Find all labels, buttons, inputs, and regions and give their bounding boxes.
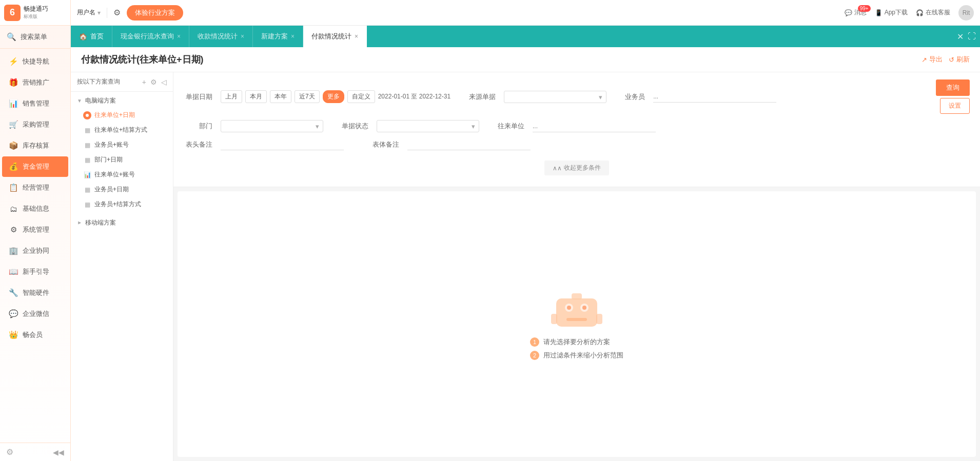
schema-item-salesman-date[interactable]: ▦ 业务员+日期	[71, 182, 173, 197]
query-button[interactable]: 查询	[936, 79, 970, 96]
date-range-display: 2022-01-01 至 2022-12-31	[378, 92, 450, 101]
desktop-group-title[interactable]: ▼ 电脑端方案	[71, 94, 173, 108]
more-btn[interactable]: 更多	[323, 90, 344, 103]
sidebar-settings-icon[interactable]: ⚙	[6, 447, 13, 457]
tip-num-2: 2	[530, 351, 539, 360]
partner-input[interactable]	[533, 121, 656, 132]
sidebar-search[interactable]: 🔍 搜索菜单	[0, 26, 70, 49]
sidebar-item-marketing[interactable]: 🎁 营销推广	[2, 72, 68, 93]
last-month-btn[interactable]: 上月	[221, 90, 242, 103]
filter-actions: 查询 设置	[936, 79, 970, 114]
app-badge: 标准版	[24, 13, 48, 20]
mobile-schema-group: ▼ 移动端方案	[71, 214, 173, 232]
schema-item-partner-settlement[interactable]: ▦ 往来单位+结算方式	[71, 123, 173, 137]
sidebar-item-sales[interactable]: 📊 销售管理	[2, 93, 68, 114]
schema-item-partner-account[interactable]: 📊 往来单位+账号	[71, 167, 173, 182]
tab-new-plan-close[interactable]: ×	[291, 33, 295, 40]
topbar-right-actions: 💬 消息 99+ 📱 App下载 🎧 在线客服 Rit	[845, 5, 974, 21]
schema-settings-icon[interactable]: ⚙	[150, 78, 157, 86]
this-year-btn[interactable]: 本年	[270, 90, 291, 103]
body-note-input[interactable]	[407, 138, 531, 150]
tab-receipt-stats-close[interactable]: ×	[241, 33, 244, 40]
salesman-label: 业务员	[625, 92, 645, 102]
add-schema-icon[interactable]: +	[142, 78, 146, 86]
operation-icon: 📋	[8, 183, 18, 193]
left-panel-header-icons: + ⚙ ◁	[142, 78, 167, 86]
sidebar-item-hardware[interactable]: 🔧 智能硬件	[2, 283, 68, 303]
header-note-input[interactable]	[221, 138, 344, 150]
topbar-divider	[107, 8, 107, 18]
filter-settings-button[interactable]: 设置	[940, 98, 970, 114]
empty-tip-2: 2 用过滤条件来缩小分析范围	[530, 351, 623, 360]
user-avatar[interactable]: Rit	[958, 5, 974, 21]
inventory-icon: 📦	[8, 141, 18, 151]
schema-item-dept-date[interactable]: ▦ 部门+日期	[71, 152, 173, 167]
export-button[interactable]: ↗ 导出	[922, 55, 943, 64]
tab-home[interactable]: 🏠 首页	[71, 26, 112, 47]
tab-bank-flow-close[interactable]: ×	[177, 33, 181, 40]
sidebar-item-quick-nav[interactable]: ⚡ 快捷导航	[2, 51, 68, 72]
tab-home-label: 首页	[90, 32, 104, 41]
sidebar-item-basic[interactable]: 🗂 基础信息	[2, 198, 68, 219]
sidebar-item-finance[interactable]: 💰 资金管理	[2, 156, 68, 177]
schema-item-label: 部门+日期	[94, 155, 123, 164]
sidebar-item-wechat[interactable]: 💬 企业微信	[2, 304, 68, 324]
sidebar-item-label: 采购管理	[23, 120, 49, 129]
expand-icon[interactable]: ⛶	[968, 32, 976, 41]
schema-item-salesman-account[interactable]: ▦ 业务员+账号	[71, 137, 173, 152]
search-label: 搜索菜单	[21, 32, 47, 42]
left-panel-header: 按以下方案查询 + ⚙ ◁	[71, 72, 173, 92]
sidebar-item-purchase[interactable]: 🛒 采购管理	[2, 114, 68, 135]
source-doc-select-wrapper	[504, 91, 606, 103]
sidebar-item-enterprise[interactable]: 🏢 企业协同	[2, 240, 68, 261]
tab-bank-flow[interactable]: 现金银行流水查询 ×	[112, 26, 189, 47]
tabbar: 🏠 首页 现金银行流水查询 × 收款情况统计 × 新建方案 × 付款情况统计 ×…	[71, 26, 980, 47]
header-actions: ↗ 导出 ↺ 刷新	[922, 55, 970, 64]
last-7-days-btn[interactable]: 近7天	[295, 90, 320, 103]
dept-select[interactable]	[221, 120, 323, 132]
tab-receipt-stats[interactable]: 收款情况统计 ×	[189, 26, 253, 47]
schema-item-partner-date[interactable]: 往来单位+日期	[71, 108, 173, 123]
collapse-button[interactable]: ∧∧ 收起更多条件	[544, 161, 609, 175]
sidebar-item-system[interactable]: ⚙ 系统管理	[2, 219, 68, 240]
mobile-group-title[interactable]: ▼ 移动端方案	[71, 216, 173, 230]
salesman-input[interactable]	[653, 91, 776, 103]
app-download-button[interactable]: 📱 App下载	[875, 8, 908, 17]
svg-point-4	[567, 306, 571, 310]
sidebar-item-inventory[interactable]: 📦 库存核算	[2, 135, 68, 156]
custom-btn[interactable]: 自定义	[347, 90, 375, 103]
topbar-settings-icon[interactable]: ⚙	[113, 8, 121, 17]
message-button[interactable]: 💬 消息 99+	[845, 8, 867, 17]
source-doc-select[interactable]	[504, 91, 606, 103]
purchase-icon: 🛒	[8, 119, 18, 130]
online-service-button[interactable]: 🎧 在线客服	[916, 8, 950, 17]
partner-label: 往来单位	[498, 122, 524, 131]
main-area: 用户名 ▾ ⚙ 体验行业方案 💬 消息 99+ 📱 App下载 🎧 在线客服 R…	[71, 0, 980, 461]
date-filter-label: 单据日期	[184, 92, 212, 102]
sidebar-collapse-icon[interactable]: ◀◀	[53, 448, 64, 456]
grid-icon-1: ▦	[83, 126, 91, 134]
panel-collapse-icon[interactable]: ◁	[161, 78, 167, 86]
sidebar-item-guide[interactable]: 📖 新手引导	[2, 262, 68, 282]
schema-item-label: 往来单位+结算方式	[94, 126, 147, 134]
tab-payment-stats-close[interactable]: ×	[355, 33, 358, 40]
sidebar-item-operation[interactable]: 📋 经营管理	[2, 177, 68, 198]
tab-new-plan[interactable]: 新建方案 ×	[253, 26, 303, 47]
sidebar-item-member[interactable]: 👑 畅会员	[2, 325, 68, 345]
schema-item-label: 业务员+账号	[94, 141, 129, 149]
tab-payment-stats-label: 付款情况统计	[311, 32, 351, 41]
tab-receipt-stats-label: 收款情况统计	[198, 32, 238, 41]
this-month-btn[interactable]: 本月	[245, 90, 267, 103]
sidebar-logo: 6 畅捷通巧 标准版	[0, 0, 70, 26]
try-industry-button[interactable]: 体验行业方案	[127, 5, 183, 21]
sidebar-item-label: 资金管理	[23, 162, 49, 171]
schema-item-salesman-settlement[interactable]: ▦ 业务员+结算方式	[71, 197, 173, 212]
refresh-button[interactable]: ↺ 刷新	[949, 55, 970, 64]
export-icon: ↗	[922, 56, 927, 64]
close-all-tabs-icon[interactable]: ✕	[957, 32, 964, 42]
doc-status-select[interactable]	[377, 120, 479, 132]
mobile-group-label: 移动端方案	[85, 218, 116, 227]
chevron-down-icon[interactable]: ▾	[97, 9, 101, 16]
tab-payment-stats[interactable]: 付款情况统计 ×	[303, 26, 367, 47]
message-icon: 💬	[845, 9, 852, 16]
